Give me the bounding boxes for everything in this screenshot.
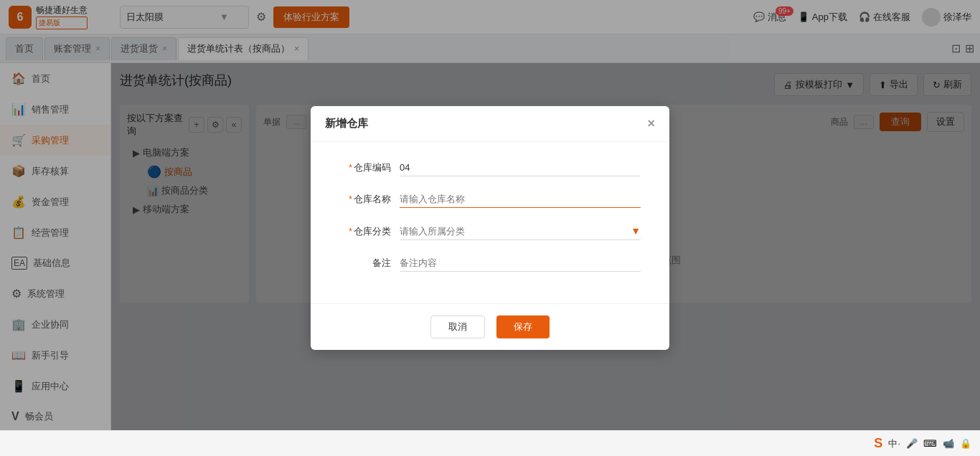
note-label: 备注 (339, 257, 391, 270)
modal-overlay: 新增仓库 × 仓库编码 仓库名称 仓库分类 ▼ (0, 0, 980, 456)
note-input[interactable] (400, 255, 641, 272)
form-row-note: 备注 (339, 255, 641, 272)
form-row-name: 仓库名称 (339, 191, 641, 208)
category-input[interactable] (400, 226, 631, 237)
microphone-icon[interactable]: 🎤 (906, 438, 918, 449)
category-dropdown-icon[interactable]: ▼ (631, 225, 641, 237)
code-label: 仓库编码 (339, 161, 391, 174)
bottom-ime-label: 中· (888, 437, 900, 450)
modal-header: 新增仓库 × (311, 106, 669, 142)
keyboard-icon[interactable]: ⌨ (923, 438, 937, 449)
code-input[interactable] (400, 159, 641, 176)
camera-icon[interactable]: 📹 (943, 438, 954, 449)
name-input[interactable] (400, 191, 641, 208)
add-warehouse-modal: 新增仓库 × 仓库编码 仓库名称 仓库分类 ▼ (311, 106, 669, 350)
form-row-category: 仓库分类 ▼ (339, 222, 641, 240)
form-row-code: 仓库编码 (339, 159, 641, 176)
modal-body: 仓库编码 仓库名称 仓库分类 ▼ 备注 (311, 142, 669, 303)
cancel-button[interactable]: 取消 (430, 315, 485, 338)
category-label: 仓库分类 (339, 225, 391, 238)
save-button[interactable]: 保存 (496, 315, 550, 338)
bottom-bar: S 中· 🎤 ⌨ 📹 🔒 (0, 430, 980, 456)
bottom-logo: S (874, 436, 882, 451)
lock-icon[interactable]: 🔒 (960, 438, 971, 449)
category-select[interactable]: ▼ (400, 222, 641, 240)
name-label: 仓库名称 (339, 193, 391, 206)
modal-close-button[interactable]: × (647, 116, 655, 131)
modal-title: 新增仓库 (325, 117, 368, 130)
modal-footer: 取消 保存 (311, 303, 669, 350)
